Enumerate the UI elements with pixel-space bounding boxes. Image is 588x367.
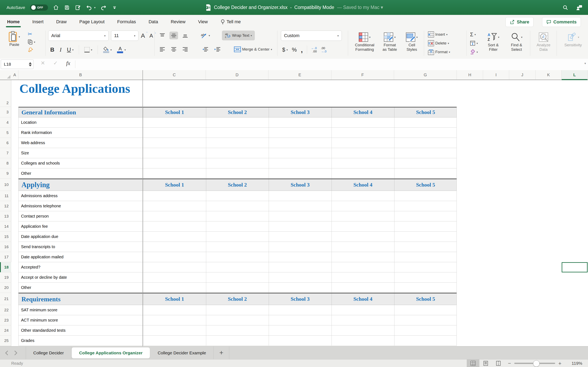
paste-button[interactable]: ▾ Paste (4, 31, 25, 47)
table-row[interactable]: Contact person (18, 211, 457, 221)
fill-color-dropdown-icon[interactable]: ▾ (111, 48, 112, 51)
section-header-row[interactable]: ApplyingSchool 1School 2School 3School 4… (18, 179, 457, 191)
cut-button[interactable]: ✂ (28, 31, 35, 37)
align-middle-button[interactable] (169, 32, 178, 39)
column-header-A[interactable]: A (11, 70, 18, 80)
tab-data[interactable]: Data (148, 15, 158, 29)
decrease-indent-button[interactable] (200, 45, 210, 53)
name-box[interactable]: L18 (1, 59, 34, 69)
autosave-toggle[interactable]: OFF (30, 4, 48, 11)
undo-icon[interactable] (86, 4, 92, 11)
customize-toolbar-icon[interactable] (112, 4, 118, 11)
save-as-icon[interactable] (75, 4, 81, 11)
table-row[interactable]: SAT minimum score (18, 305, 457, 315)
wrap-text-button[interactable]: abc Wrap Text ▾ (222, 31, 255, 40)
add-sheet-button[interactable]: + (214, 346, 229, 359)
table-row[interactable]: Grades (18, 336, 457, 346)
save-icon[interactable] (64, 4, 70, 11)
column-header-B[interactable]: B (18, 70, 143, 80)
search-icon[interactable] (562, 4, 568, 11)
format-painter-button[interactable] (28, 47, 35, 53)
row-header-12[interactable]: 12 (0, 201, 11, 211)
row-header-18[interactable]: 18 (0, 262, 11, 272)
confirm-entry-icon[interactable]: ✓ (52, 60, 60, 66)
increase-indent-button[interactable] (213, 45, 222, 53)
conditional-formatting-button[interactable]: ▾ Conditional Formatting (352, 31, 378, 52)
row-header-11[interactable]: 11 (0, 191, 11, 201)
align-bottom-button[interactable] (181, 32, 190, 39)
fill-button[interactable]: ▾ (470, 40, 478, 46)
zoom-slider-thumb[interactable] (533, 360, 540, 367)
column-header-F[interactable]: F (331, 70, 394, 80)
underline-button[interactable]: U▾ (67, 47, 74, 53)
analyze-data-button[interactable]: Analyze Data (533, 31, 554, 52)
sort-filter-button[interactable]: AZ ▾ Sort & Filter (484, 31, 503, 52)
column-header-C[interactable]: C (143, 70, 206, 80)
decrease-decimal-button[interactable]: .00→.0 (321, 47, 327, 53)
underline-dropdown-icon[interactable]: ▾ (72, 48, 74, 51)
zoom-out-button[interactable]: − (505, 360, 514, 367)
row-header-23[interactable]: 23 (0, 315, 11, 325)
column-header-I[interactable]: I (483, 70, 509, 80)
section-header-row[interactable]: RequirementsSchool 1School 2School 3Scho… (18, 293, 457, 305)
percent-format-button[interactable]: % (292, 47, 297, 53)
table-row[interactable]: Location (18, 117, 457, 128)
delete-cells-button[interactable]: Delete ▾ (428, 40, 450, 46)
row-header-25[interactable]: 25 (0, 336, 11, 346)
increase-decimal-button[interactable]: ←.0.00 (311, 47, 317, 53)
sort-filter-dropdown-icon[interactable]: ▾ (498, 36, 499, 39)
align-center-button[interactable] (169, 45, 178, 53)
autosum-dropdown-icon[interactable]: ▾ (475, 33, 476, 36)
paste-dropdown-icon[interactable]: ▾ (18, 35, 20, 38)
worksheet[interactable]: 2345678910111213141516171819202122232425… (0, 80, 588, 346)
wrap-text-dropdown-icon[interactable]: ▾ (251, 34, 252, 37)
comma-format-button[interactable]: , (301, 48, 303, 52)
fill-dropdown-icon[interactable]: ▾ (476, 42, 478, 45)
row-header-14[interactable]: 14 (0, 221, 11, 232)
formula-input[interactable] (76, 59, 580, 70)
row-header-16[interactable]: 16 (0, 242, 11, 252)
fill-color-button[interactable]: ▾ (103, 47, 112, 53)
table-row[interactable]: ACT minimum score (18, 315, 457, 325)
row-header-6[interactable]: 6 (0, 138, 11, 148)
currency-format-button[interactable]: $▾ (282, 47, 288, 53)
sensitivity-button[interactable]: ▾ Sensitivity (560, 31, 586, 47)
select-all-icon[interactable] (7, 75, 10, 78)
row-header-2[interactable]: 2 (0, 99, 11, 107)
sheet-tab-college-decider-example[interactable]: College Decider Example (150, 346, 214, 359)
italic-button[interactable]: I (60, 47, 61, 53)
align-top-button[interactable] (158, 32, 167, 39)
column-header-E[interactable]: E (268, 70, 331, 80)
bold-button[interactable]: B (50, 47, 54, 53)
comments-button[interactable]: Comments (542, 17, 581, 27)
column-header-K[interactable]: K (536, 70, 562, 80)
column-header-L[interactable]: L (562, 70, 588, 80)
clear-dropdown-icon[interactable]: ▾ (476, 50, 478, 54)
insert-cells-button[interactable]: Insert ▾ (428, 31, 450, 38)
copy-button[interactable]: ▾ (28, 39, 35, 45)
merge-center-dropdown-icon[interactable]: ▾ (271, 48, 272, 51)
tab-view[interactable]: View (198, 15, 208, 29)
cell-styles-dropdown-icon[interactable]: ▾ (416, 36, 418, 39)
table-row[interactable]: Colleges and schools (18, 158, 457, 168)
zoom-in-button[interactable]: + (555, 360, 565, 367)
row-header-5[interactable]: 5 (0, 128, 11, 138)
format-as-table-dropdown-icon[interactable]: ▾ (394, 36, 396, 39)
row-header-20[interactable]: 20 (0, 283, 11, 293)
sheet-tab-college-applications-organizer[interactable]: College Applications Organizer (72, 347, 150, 359)
orientation-button[interactable]: ab ▾ (200, 33, 210, 39)
orientation-dropdown-icon[interactable]: ▾ (209, 34, 210, 37)
row-header-19[interactable]: 19 (0, 272, 11, 283)
formula-bar-expand-icon[interactable]: ▾ (584, 62, 586, 65)
table-row[interactable]: Other (18, 168, 457, 179)
insert-function-icon[interactable]: fx (64, 60, 72, 67)
share-button[interactable]: Share (506, 17, 534, 27)
table-row[interactable]: Date application mailed (18, 252, 457, 262)
find-select-dropdown-icon[interactable]: ▾ (521, 36, 522, 39)
saved-status-dropdown-icon[interactable]: ▾ (381, 5, 383, 10)
copy-dropdown-icon[interactable]: ▾ (34, 41, 35, 44)
table-row[interactable]: Admissions address (18, 191, 457, 201)
borders-button[interactable]: ▾ (84, 47, 92, 53)
column-header-D[interactable]: D (206, 70, 268, 80)
table-row[interactable]: Other standardized tests (18, 325, 457, 336)
